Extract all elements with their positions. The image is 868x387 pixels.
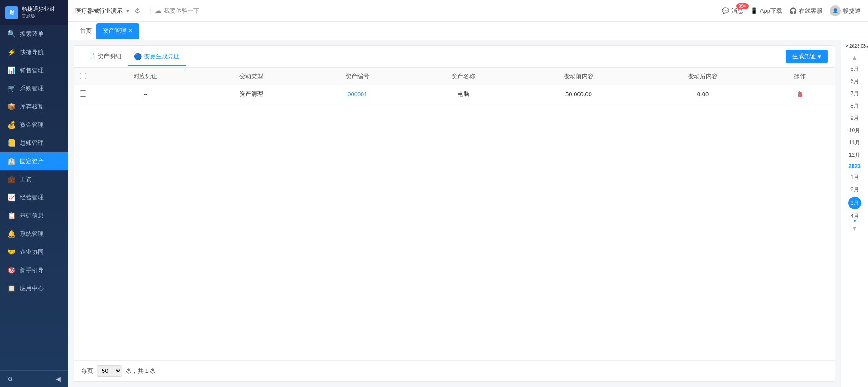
per-page-select[interactable]: 50 10 20 100 — [97, 365, 122, 377]
logo-sub: 普及版 — [22, 13, 55, 19]
app-download-button[interactable]: 📱 App下载 — [750, 7, 782, 15]
ledger-icon: 📒 — [7, 139, 15, 147]
company-title[interactable]: 医疗器械行业演示 — [75, 7, 123, 15]
calendar-nav-down[interactable]: ▼ — [841, 223, 868, 233]
sidebar-item-basic-info[interactable]: 📋基础信息 — [0, 207, 68, 225]
right-panel: ✕ 2023.03 ⤢ ▲ 5月6月7月8月9月10月11月12月 2023 1… — [841, 40, 868, 387]
topbar-right: 💬 消息 99+ 📱 App下载 🎧 在线客服 👤 畅捷通 — [722, 5, 861, 16]
right-panel-close-icon[interactable]: ✕ — [845, 43, 849, 49]
sidebar-item-guide[interactable]: 🎯新手引导 — [0, 261, 68, 279]
inventory-icon: 📦 — [7, 103, 15, 111]
app-center-icon: 🔲 — [7, 284, 15, 293]
sidebar-item-finance[interactable]: 💰资金管理 — [0, 116, 68, 134]
sidebar-item-label: 资金管理 — [20, 121, 44, 129]
sidebar-item-inventory[interactable]: 📦库存核算 — [0, 98, 68, 116]
sidebar-item-operations[interactable]: 📈经营管理 — [0, 189, 68, 207]
td-voucher: -- — [92, 85, 198, 103]
sidebar: 财 畅捷通好业财 普及版 🔍搜索菜单⚡快捷导航📊销售管理🛒采购管理📦库存核算💰资… — [0, 0, 68, 387]
sidebar-item-quick-nav[interactable]: ⚡快捷导航 — [0, 43, 68, 61]
calendar-month[interactable]: 12月 — [841, 149, 868, 161]
tab-close-icon[interactable]: ✕ — [129, 28, 133, 34]
cloud-icon: ☁ — [154, 6, 162, 15]
calendar-month[interactable]: 6月 — [841, 75, 868, 88]
messages-button[interactable]: 💬 消息 99+ — [722, 7, 743, 15]
td-change-type: 资产清理 — [198, 85, 305, 103]
tab-change-voucher[interactable]: 🔵 变更生成凭证 — [128, 48, 186, 66]
sidebar-nav: 🔍搜索菜单⚡快捷导航📊销售管理🛒采购管理📦库存核算💰资金管理📒总账管理🏢固定资产… — [0, 25, 68, 370]
calendar-month[interactable]: 7月 — [841, 88, 868, 100]
pagination: 每页 50 10 20 100 条，共 1 条 — [74, 360, 835, 381]
content-area: 📄 资产明细 🔵 变更生成凭证 生成凭证 ▾ — [68, 40, 841, 387]
logo-text: 畅捷通好业财 — [22, 6, 55, 13]
sidebar-item-label: 采购管理 — [20, 84, 44, 93]
sidebar-item-fixed-assets[interactable]: 🏢固定资产 — [0, 152, 68, 170]
sidebar-item-payroll[interactable]: 💼工资 — [0, 170, 68, 189]
calendar-month[interactable]: 11月 — [841, 137, 868, 149]
calendar-month[interactable]: 4月 — [841, 210, 868, 223]
customer-service-button[interactable]: 🎧 在线客服 — [789, 7, 823, 15]
company-dropdown-icon[interactable]: ▾ — [126, 8, 129, 14]
row-checkbox-0[interactable] — [80, 90, 86, 97]
fixed-assets-icon: 🏢 — [7, 157, 15, 165]
calendar-scroll: ▲ 5月6月7月8月9月10月11月12月 2023 1月2月3月4月 ▼ — [841, 52, 868, 387]
search-icon: 🔍 — [7, 30, 15, 38]
tab-asset-management[interactable]: 资产管理 ✕ — [96, 23, 139, 39]
calendar-nav-up[interactable]: ▲ — [841, 52, 868, 63]
calendar-month[interactable]: 2月 — [841, 184, 868, 196]
th-after-content: 变动后内容 — [641, 68, 765, 85]
th-change-type: 变动类型 — [198, 68, 305, 85]
settings-gear-icon[interactable]: ⚙ — [134, 7, 140, 15]
basic-info-icon: 📋 — [7, 212, 15, 220]
calendar-month[interactable]: 10月 — [841, 124, 868, 137]
app-download-label: App下载 — [760, 7, 782, 15]
headset-icon: 🎧 — [789, 7, 797, 14]
avatar: 👤 — [830, 5, 841, 16]
topbar: 医疗器械行业演示 ▾ ⚙ | ☁ 我要体验一下 💬 消息 99+ 📱 App下载… — [68, 0, 868, 22]
generate-voucher-button[interactable]: 生成凭证 ▾ — [786, 50, 828, 63]
sidebar-item-label: 新手引导 — [20, 266, 44, 274]
user-menu[interactable]: 👤 畅捷通 — [830, 5, 861, 16]
message-icon: 💬 — [722, 7, 729, 14]
calendar-month[interactable]: 3月 — [848, 197, 861, 209]
experience-button[interactable]: ☁ 我要体验一下 — [154, 6, 199, 15]
select-all-checkbox[interactable] — [80, 73, 86, 79]
sidebar-item-purchase[interactable]: 🛒采购管理 — [0, 79, 68, 98]
th-asset-name: 资产名称 — [411, 68, 517, 85]
td-checkbox — [74, 85, 92, 103]
sidebar-item-system[interactable]: 🔔系统管理 — [0, 225, 68, 243]
sidebar-item-search[interactable]: 🔍搜索菜单 — [0, 25, 68, 43]
sidebar-item-label: 企业协同 — [20, 248, 44, 256]
system-icon: 🔔 — [7, 230, 15, 238]
td-after-content: 0.00 — [641, 85, 765, 103]
collab-icon: 🤝 — [7, 248, 15, 256]
delete-icon-0[interactable]: 🗑 — [797, 90, 803, 98]
calendar-year-label: 2023 — [841, 161, 868, 171]
calendar-month[interactable]: 8月 — [841, 100, 868, 112]
sidebar-item-label: 搜索菜单 — [20, 30, 44, 38]
sidebar-item-collab[interactable]: 🤝企业协同 — [0, 243, 68, 261]
sidebar-bottom: ⚙ ◀ — [0, 370, 68, 387]
calendar-month[interactable]: 5月 — [841, 63, 868, 75]
sidebar-item-label: 库存核算 — [20, 103, 44, 111]
sidebar-item-ledger[interactable]: 📒总账管理 — [0, 134, 68, 152]
tab-asset-detail[interactable]: 📄 资产明细 — [81, 48, 128, 66]
right-panel-expand-icon[interactable]: ⤢ — [866, 43, 868, 49]
username: 畅捷通 — [843, 7, 861, 15]
inner-tabs: 📄 资产明细 🔵 变更生成凭证 — [74, 48, 779, 65]
calendar-month[interactable]: 9月 — [841, 112, 868, 124]
message-badge: 99+ — [736, 3, 749, 9]
sidebar-item-app-center[interactable]: 🔲应用中心 — [0, 279, 68, 298]
table-row: -- 资产清理 000001 电脑 50,000.00 0.00 🗑 — [74, 85, 835, 103]
th-before-content: 变动前内容 — [516, 68, 641, 85]
main-area: 医疗器械行业演示 ▾ ⚙ | ☁ 我要体验一下 💬 消息 99+ 📱 App下载… — [68, 0, 868, 387]
td-asset-code: 000001 — [304, 85, 411, 103]
sidebar-item-sales[interactable]: 📊销售管理 — [0, 61, 68, 79]
calendar-month[interactable]: 1月 — [841, 171, 868, 184]
tab-home[interactable]: 首页 — [75, 23, 96, 39]
guide-icon: 🎯 — [7, 266, 15, 274]
td-before-content: 50,000.00 — [516, 85, 641, 103]
tab-label: 资产管理 — [103, 27, 126, 35]
collapse-button[interactable]: ◀ — [56, 375, 61, 382]
sidebar-item-label: 应用中心 — [20, 284, 44, 293]
settings-icon[interactable]: ⚙ — [7, 375, 13, 382]
